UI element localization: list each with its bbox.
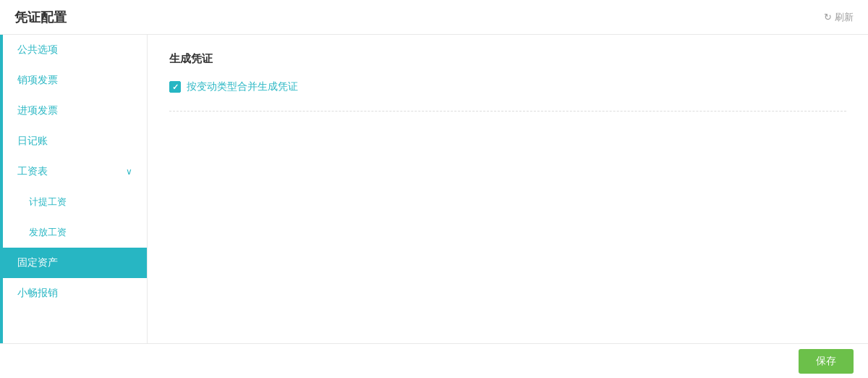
sidebar-item-label-payroll: 工资表 [17, 165, 48, 178]
content-divider [169, 111, 846, 112]
sidebar-item-label-public-options: 公共选项 [17, 43, 58, 56]
content-area: 生成凭证 按变动类型合并生成凭证 [148, 35, 868, 343]
save-button[interactable]: 保存 [799, 349, 854, 374]
merge-by-type-label[interactable]: 按变动类型合并生成凭证 [187, 80, 298, 93]
sidebar-item-calculate-salary[interactable]: 计提工资 [3, 187, 147, 217]
refresh-label: 刷新 [835, 11, 854, 24]
refresh-button[interactable]: ↻ 刷新 [824, 11, 854, 24]
sidebar-item-journal[interactable]: 日记账 [3, 126, 147, 156]
sidebar-item-label-calculate-salary: 计提工资 [29, 196, 67, 209]
section-title: 生成凭证 [169, 52, 846, 66]
sidebar-item-public-options[interactable]: 公共选项 [3, 35, 147, 65]
sidebar-item-label-purchase-invoice: 进项发票 [17, 104, 58, 117]
sidebar-item-purchase-invoice[interactable]: 进项发票 [3, 96, 147, 126]
checkbox-row: 按变动类型合并生成凭证 [169, 80, 846, 93]
refresh-icon: ↻ [824, 12, 832, 22]
sidebar-item-label-pay-salary: 发放工资 [29, 226, 67, 239]
sidebar-item-payroll[interactable]: 工资表∨ [3, 156, 147, 187]
sidebar-item-label-expense-report: 小畅报销 [17, 287, 58, 300]
sidebar: 公共选项销项发票进项发票日记账工资表∨计提工资发放工资固定资产小畅报销 [3, 35, 148, 343]
sidebar-item-sales-invoice[interactable]: 销项发票 [3, 65, 147, 96]
sidebar-item-label-journal: 日记账 [17, 135, 48, 148]
page-footer: 保存 [0, 343, 868, 378]
merge-by-type-checkbox[interactable] [169, 81, 181, 93]
sidebar-item-expense-report[interactable]: 小畅报销 [3, 278, 147, 308]
page-title: 凭证配置 [14, 9, 67, 26]
sidebar-item-label-sales-invoice: 销项发票 [17, 74, 58, 87]
chevron-down-icon: ∨ [126, 167, 132, 177]
page-header: 凭证配置 ↻ 刷新 [0, 0, 868, 35]
sidebar-item-fixed-assets[interactable]: 固定资产 [3, 248, 147, 278]
sidebar-item-label-fixed-assets: 固定资产 [17, 256, 58, 269]
sidebar-item-pay-salary[interactable]: 发放工资 [3, 217, 147, 248]
main-container: 公共选项销项发票进项发票日记账工资表∨计提工资发放工资固定资产小畅报销 生成凭证… [0, 35, 868, 343]
